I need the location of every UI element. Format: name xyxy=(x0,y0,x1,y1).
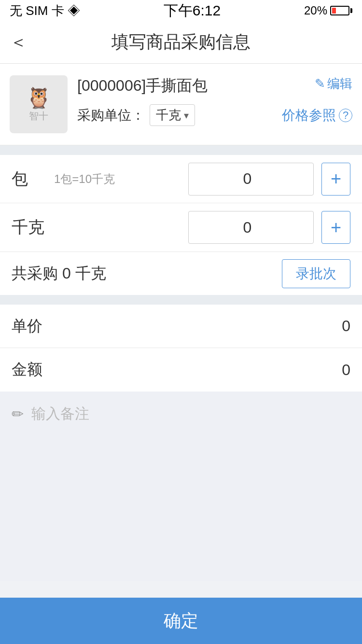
info-icon: ? xyxy=(339,109,352,122)
pencil-icon: ✏ xyxy=(12,406,24,422)
confirm-button[interactable]: 确定 xyxy=(0,598,362,644)
product-logo-text: 智十 xyxy=(29,110,48,123)
bag-input-row: 包 1包=10千克 + xyxy=(0,155,362,203)
unit-price-row: 单价 0 xyxy=(0,305,362,348)
product-name: [0000006]手撕面包 xyxy=(77,75,208,97)
section-divider-1 xyxy=(0,145,362,155)
edit-button[interactable]: ✎ 编辑 xyxy=(315,75,352,92)
summary-row: 共采购 0 千克 录批次 xyxy=(0,252,362,295)
status-battery-percent: 20% xyxy=(304,4,327,17)
unit-price-value: 0 xyxy=(342,317,350,335)
nav-bar: ＜ 填写商品采购信息 xyxy=(0,21,362,64)
amount-value: 0 xyxy=(342,361,350,379)
unit-price-label: 单价 xyxy=(12,316,42,337)
kg-input-wrap: + xyxy=(50,211,350,244)
summary-text: 共采购 0 千克 xyxy=(12,263,106,284)
bag-input-wrap: + xyxy=(115,163,350,196)
unit-select[interactable]: 千克 ▾ xyxy=(150,104,195,126)
batch-button[interactable]: 录批次 xyxy=(282,259,350,288)
product-info: [0000006]手撕面包 ✎ 编辑 采购单位： 千克 ▾ 价格参照 ? xyxy=(77,75,352,126)
remark-section[interactable]: ✏ 输入备注 xyxy=(0,392,362,436)
bag-input[interactable] xyxy=(188,163,314,196)
bag-plus-button[interactable]: + xyxy=(321,163,350,196)
section-divider-2 xyxy=(0,295,362,305)
price-ref-label: 价格参照 xyxy=(282,106,336,125)
status-network: 无 SIM 卡 ◈ xyxy=(10,2,80,19)
price-section: 单价 0 金额 0 xyxy=(0,305,362,392)
kg-input[interactable] xyxy=(188,211,314,244)
chevron-down-icon: ▾ xyxy=(184,110,189,121)
page-title: 填写商品采购信息 xyxy=(111,30,251,54)
amount-label: 金额 xyxy=(12,359,42,380)
unit-label: 采购单位： xyxy=(77,106,145,125)
status-time: 下午6:12 xyxy=(164,1,221,21)
status-bar: 无 SIM 卡 ◈ 下午6:12 20% xyxy=(0,0,362,21)
back-button[interactable]: ＜ xyxy=(10,30,27,54)
product-section: 🦉 智十 [0000006]手撕面包 ✎ 编辑 采购单位： 千克 ▾ 价格参照 xyxy=(0,64,362,145)
bag-label: 包 xyxy=(12,168,50,190)
empty-space xyxy=(0,436,362,581)
unit-value: 千克 xyxy=(156,107,181,124)
product-unit-row: 采购单位： 千克 ▾ 价格参照 ? xyxy=(77,104,352,126)
product-image: 🦉 智十 xyxy=(10,75,68,133)
input-section: 包 1包=10千克 + 千克 + xyxy=(0,155,362,252)
product-logo-icon: 🦉 xyxy=(26,86,51,110)
edit-icon: ✎ xyxy=(315,76,325,91)
bag-sublabel: 1包=10千克 xyxy=(54,171,115,187)
product-header: [0000006]手撕面包 ✎ 编辑 xyxy=(77,75,352,97)
kg-label: 千克 xyxy=(12,216,50,238)
battery-icon xyxy=(330,6,352,15)
price-ref-button[interactable]: 价格参照 ? xyxy=(282,106,352,125)
kg-input-row: 千克 + xyxy=(0,203,362,252)
kg-plus-button[interactable]: + xyxy=(321,211,350,244)
remark-placeholder: 输入备注 xyxy=(31,404,89,424)
status-right-group: 20% xyxy=(304,4,352,17)
amount-row: 金额 0 xyxy=(0,348,362,392)
